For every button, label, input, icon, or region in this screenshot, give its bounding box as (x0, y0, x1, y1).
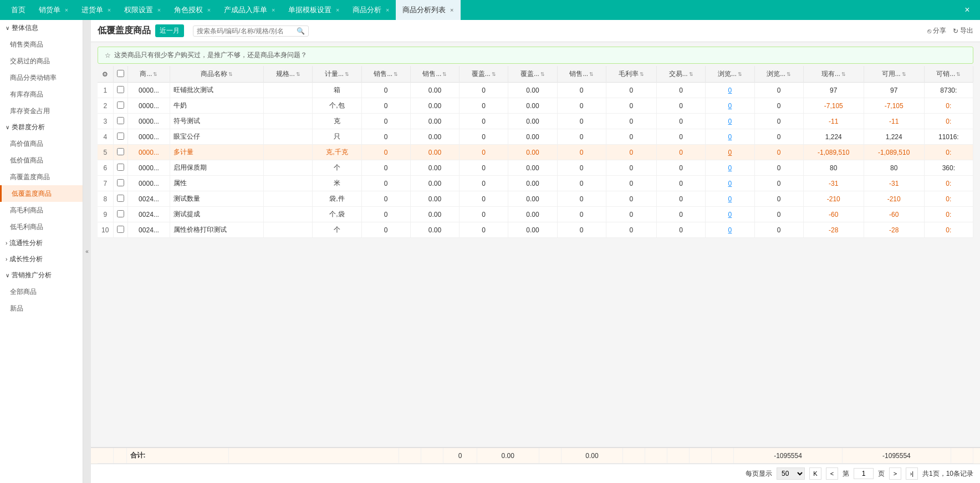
row-checkbox[interactable] (113, 222, 127, 238)
row-checkbox[interactable] (113, 191, 127, 207)
sidebar-item-new-products[interactable]: 新品 (0, 300, 83, 317)
row-select-checkbox[interactable] (117, 148, 124, 155)
prev-page-button[interactable]: < (826, 467, 838, 480)
close-icon[interactable]: × (450, 7, 453, 13)
col-checkbox[interactable] (113, 66, 127, 83)
col-coverage2[interactable]: 覆盖...⇅ (508, 66, 557, 83)
sidebar-item-sales-products[interactable]: 销售类商品 (0, 36, 83, 53)
row-select-checkbox[interactable] (117, 117, 124, 124)
row-browse1[interactable]: 0 (706, 176, 754, 191)
col-transaction[interactable]: 交易...⇅ (657, 66, 706, 83)
nav-product-analysis-list[interactable]: 商品分析列表 × (396, 0, 460, 20)
sidebar-item-inventory-capital[interactable]: 库存资金占用 (0, 103, 83, 119)
sidebar-item-all-products[interactable]: 全部商品 (0, 283, 83, 300)
col-sales-x[interactable]: 销售...⇅ (557, 66, 606, 83)
row-checkbox[interactable] (113, 176, 127, 191)
close-icon[interactable]: × (336, 7, 339, 13)
sidebar-collapse-button[interactable]: « (83, 20, 91, 483)
row-checkbox[interactable] (113, 114, 127, 129)
col-settings[interactable]: ⚙ (98, 66, 113, 83)
row-browse1[interactable]: 0 (706, 191, 754, 207)
sidebar-section-marketing[interactable]: ∨ 营销推广分析 (0, 267, 83, 283)
col-coverage1[interactable]: 覆盖...⇅ (460, 66, 508, 83)
sidebar-section-growth[interactable]: › 成长性分析 (0, 251, 83, 267)
export-button[interactable]: ↻ 导出 (953, 26, 973, 35)
col-name[interactable]: 商品名称⇅ (170, 66, 264, 83)
nav-purchase-order[interactable]: 进货单 × (75, 0, 118, 20)
sidebar-item-low-margin[interactable]: 低毛利商品 (0, 218, 83, 235)
sidebar-section-cluster[interactable]: ∨ 类群度分析 (0, 119, 83, 135)
sidebar-item-high-coverage[interactable]: 高覆盖度商品 (0, 169, 83, 185)
row-browse1[interactable]: 0 (706, 129, 754, 145)
row-browse1[interactable]: 0 (706, 160, 754, 176)
sidebar-item-high-margin[interactable]: 高毛利商品 (0, 202, 83, 218)
sidebar-item-in-stock[interactable]: 有库存商品 (0, 86, 83, 103)
row-browse1[interactable]: 0 (706, 207, 754, 222)
row-browse1[interactable]: 0 (706, 222, 754, 238)
row-select-checkbox[interactable] (117, 133, 124, 140)
page-input[interactable] (854, 468, 874, 479)
row-browse1[interactable]: 0 (706, 114, 754, 129)
close-icon[interactable]: × (108, 7, 111, 13)
row-select-checkbox[interactable] (117, 86, 124, 93)
row-select-checkbox[interactable] (117, 179, 124, 186)
nav-role-auth[interactable]: 角色授权 × (167, 0, 217, 20)
row-checkbox[interactable] (113, 129, 127, 145)
col-spec[interactable]: 规格...⇅ (264, 66, 313, 83)
col-available-stock[interactable]: 可用...⇅ (864, 66, 924, 83)
col-sales-qty[interactable]: 销售...⇅ (361, 66, 410, 83)
sidebar-section-overall[interactable]: ∨ 整体信息 (0, 20, 83, 36)
row-select-checkbox[interactable] (117, 195, 124, 202)
select-all-checkbox[interactable] (117, 70, 124, 77)
col-unit[interactable]: 计量...⇅ (313, 66, 361, 83)
close-icon[interactable]: × (65, 7, 68, 13)
share-button[interactable]: ⎋ 分享 (927, 26, 946, 35)
nav-template-settings[interactable]: 单据模板设置 × (282, 0, 346, 20)
row-checkbox[interactable] (113, 98, 127, 114)
row-checkbox[interactable] (113, 83, 127, 98)
nav-sales-order[interactable]: 销货单 × (32, 0, 75, 20)
nav-permission[interactable]: 权限设置 × (118, 0, 167, 20)
row-checkbox[interactable] (113, 145, 127, 160)
sidebar-item-category-activity[interactable]: 商品分类动销率 (0, 69, 83, 86)
row-select-checkbox[interactable] (117, 226, 124, 233)
row-checkbox[interactable] (113, 160, 127, 176)
close-icon[interactable]: × (207, 7, 211, 13)
row-browse1[interactable]: 0 (706, 83, 754, 98)
row-checkbox[interactable] (113, 207, 127, 222)
sidebar-item-high-value[interactable]: 高价值商品 (0, 135, 83, 152)
row-browse1[interactable]: 0 (706, 145, 754, 160)
close-icon[interactable]: × (157, 7, 161, 13)
search-input[interactable] (197, 27, 297, 35)
per-page-select[interactable]: 50 100 200 (777, 467, 805, 480)
sidebar-section-liquidity[interactable]: › 流通性分析 (0, 235, 83, 251)
col-sales-amt[interactable]: 销售...⇅ (410, 66, 459, 83)
last-page-button[interactable]: ›| (906, 467, 918, 480)
row-browse1[interactable]: 0 (706, 98, 754, 114)
search-icon[interactable]: 🔍 (297, 27, 305, 35)
nav-product-analysis[interactable]: 商品分析 × (346, 0, 396, 20)
row-transaction: 0 (657, 145, 706, 160)
next-page-button[interactable]: > (889, 467, 901, 480)
window-close-button[interactable]: × (959, 2, 976, 18)
col-gross-margin[interactable]: 毛利率⇅ (606, 66, 656, 83)
sidebar-item-low-value[interactable]: 低价值商品 (0, 152, 83, 169)
row-select-checkbox[interactable] (117, 210, 124, 217)
first-page-button[interactable]: K (809, 467, 821, 480)
col-browse2[interactable]: 浏览...⇅ (754, 66, 803, 83)
nav-home[interactable]: 首页 (4, 0, 32, 20)
sidebar-item-traded-products[interactable]: 交易过的商品 (0, 53, 83, 69)
col-saleable[interactable]: 可销...⇅ (924, 66, 973, 83)
row-select-checkbox[interactable] (117, 101, 124, 109)
col-browse1[interactable]: 浏览...⇅ (706, 66, 754, 83)
sidebar-item-low-coverage[interactable]: 低覆盖度商品 (0, 185, 83, 202)
col-code[interactable]: 商...⇅ (127, 66, 170, 83)
nav-finished-goods[interactable]: 产成品入库单 × (217, 0, 282, 20)
row-select-checkbox[interactable] (117, 164, 124, 171)
close-icon[interactable]: × (272, 7, 275, 13)
close-icon[interactable]: × (386, 7, 389, 13)
row-gross-margin: 0 (606, 129, 656, 145)
col-current-stock[interactable]: 现有...⇅ (803, 66, 864, 83)
date-filter-button[interactable]: 近一月 (155, 24, 184, 37)
row-current-stock: -1,089,510 (803, 145, 864, 160)
